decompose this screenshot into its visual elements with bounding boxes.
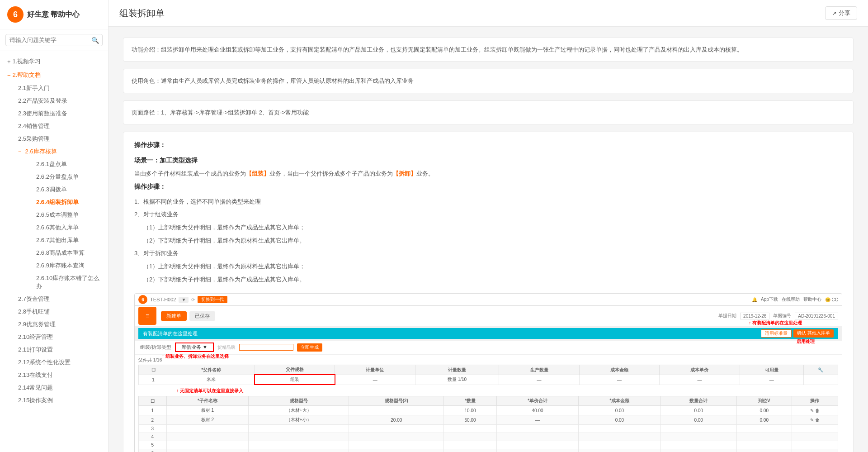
sidebar-item-inventory[interactable]: − 2.6库存核算: [11, 145, 108, 158]
sidebar-item-install[interactable]: 2.2产品安装及登录: [11, 95, 108, 107]
mock-lower-table-area: ☐ *子件名称 规格型号 规格型号(2) *数量 *单价合计 *成本金额 数量合…: [135, 394, 842, 452]
mock-add-btn[interactable]: 立即生成: [297, 343, 322, 352]
th-avail: 可用量: [740, 365, 803, 375]
table-row: 1 米米 组装 — 数量 1/10 — — — —: [139, 375, 838, 385]
sidebar-item-other-out[interactable]: 2.6.7其他出库单: [29, 234, 108, 247]
scene1-desc: 当由多个子件材料组装成一个成品的业务为【组装】业务，当由一个父件拆分成多个子产品…: [134, 168, 842, 179]
search-input[interactable]: [5, 34, 103, 46]
th-cost-amt: 成本金额: [579, 365, 659, 375]
logo-area: 6 好生意 帮助中心: [0, 0, 108, 29]
sidebar-item-video[interactable]: + 1.视频学习: [0, 55, 108, 68]
screenshot-container: 6 TEST-H002 ▼ ⟳ 切换到一代 🔔 App下载 在线帮助 帮助中心 …: [134, 293, 842, 452]
sidebar-item-beginner[interactable]: 2.1新手入门: [11, 82, 108, 95]
th-prod-qty: 生产数量: [499, 365, 579, 375]
mock-apps: App下载: [761, 296, 778, 303]
sidebar: 6 好生意 帮助中心 🔍 + 1.视频学习 − 2.帮助文档 2.1新手入门 2…: [0, 0, 108, 452]
sidebar-item-cost-recalc[interactable]: 2.6.8商品成本重算: [29, 247, 108, 259]
sidebar-item-payment[interactable]: 2.13在线支付: [11, 369, 108, 381]
step2: 2、对于组装业务: [134, 209, 842, 220]
mock-bell: 🔔: [752, 297, 757, 302]
sidebar-item-purchase[interactable]: 2.5采购管理: [11, 133, 108, 145]
content-area[interactable]: 功能介绍：组装拆卸单用来处理企业组装或拆卸等加工业务，支持有固定装配清单的产品加…: [108, 27, 868, 452]
mock-row-count: 父件共 1/16: [138, 357, 838, 363]
mock-upper-table-area: 父件共 1/16 ☐ *父件名称 父件规格 计量单位 计量数量 生产数量: [135, 355, 842, 387]
mock-supplier-input[interactable]: [239, 344, 293, 351]
mock-code-val: AD-20191226-001: [795, 313, 838, 319]
mock-tab-saved[interactable]: 已保存: [189, 311, 215, 321]
search-area: 🔍: [0, 29, 108, 51]
sidebar-item-faq[interactable]: 2.14常见问题: [11, 381, 108, 394]
sidebar-item-other-in[interactable]: 2.6.6其他入库单: [29, 221, 108, 234]
mock-confirm-btn[interactable]: 确认 其他入库单: [793, 329, 834, 338]
sidebar-item-assembly[interactable]: 2.6.4组装拆卸单: [29, 196, 108, 209]
th-checkbox: ☐: [139, 365, 168, 375]
th-parent-spec: 父件规格: [255, 365, 335, 375]
th2-cost: *成本金额: [579, 396, 660, 406]
mock-menu-icon: ≡: [138, 307, 156, 325]
sidebar-item-ledger-query[interactable]: 2.6.9库存账本查询: [29, 259, 108, 272]
annotation-4-area: ↑ 无固定清单可以在这里直接录入: [135, 387, 842, 394]
sidebar-item-coupon[interactable]: 2.9优惠券管理: [11, 318, 108, 331]
th-action: 🔧: [803, 365, 838, 375]
collapse-icon: −: [7, 72, 11, 79]
sidebar-item-ledger-error[interactable]: 2.6.10库存账本错了怎么办: [29, 272, 108, 293]
mock-help: 在线帮助: [782, 296, 800, 303]
sidebar-item-customize[interactable]: 2.12系统个性化设置: [11, 356, 108, 369]
cell-highlight: 组装: [290, 377, 299, 382]
mock-new-btn[interactable]: 切换到一代: [198, 296, 227, 303]
sidebar-item-cost-adjust[interactable]: 2.6.5成本调整单: [29, 209, 108, 221]
mock-sync-icon: ⟳: [191, 297, 195, 302]
intro-block-2: 使用角色：通常由生产人员或库管人员完成拆装业务的操作，库管人员确认原材料的出库和…: [123, 69, 854, 93]
main-panel: 组装拆卸单 ↗ 分享 功能介绍：组装拆卸单用来处理企业组装或拆卸等加工业务，支持…: [108, 0, 868, 452]
table-row: 5: [139, 441, 838, 449]
annotation-4: ↑ 无固定清单可以在这里直接录入: [176, 388, 243, 394]
mock-company: TEST-H002: [150, 297, 176, 302]
sidebar-item-partial-stocktake[interactable]: 2.6.2分量盘点单: [29, 171, 108, 183]
share-icon: ↗: [832, 10, 837, 17]
mock-standard-btn[interactable]: 适用标准量: [761, 329, 792, 338]
share-button[interactable]: ↗ 分享: [825, 6, 857, 20]
th-cost-price: 成本单价: [660, 365, 740, 375]
mock-screenshot: 6 TEST-H002 ▼ ⟳ 切换到一代 🔔 App下载 在线帮助 帮助中心 …: [135, 294, 842, 452]
minus-dot-icon: −: [18, 148, 22, 155]
mock-green-text: 有装配清单的在这里处理: [143, 330, 198, 337]
steps-title: 操作步骤：: [134, 183, 842, 191]
mock-center: 帮助中心: [803, 296, 821, 303]
mock-lower-table: ☐ *子件名称 规格型号 规格型号(2) *数量 *单价合计 *成本金额 数量合…: [138, 396, 838, 452]
scene1-title: 场景一：加工类型选择: [134, 157, 842, 165]
sidebar-item-stocktake[interactable]: 2.6.1盘点单: [29, 158, 108, 171]
table-row: 6: [139, 449, 838, 452]
th2-arrive: 到位V: [736, 396, 792, 406]
sidebar-item-print[interactable]: 2.11打印设置: [11, 343, 108, 356]
sidebar-item-dataprep[interactable]: 2.3使用前数据准备: [11, 107, 108, 120]
th-unit: 计量单位: [335, 365, 415, 375]
annotation-3: 启用处理: [797, 338, 815, 345]
mock-tab-new[interactable]: 新建单: [161, 311, 187, 321]
table-row: 1板材 1（木材+大）—10.0040.000.000.000.00✎ 🗑: [139, 406, 838, 415]
main-header: 组装拆卸单 ↗ 分享: [108, 0, 868, 27]
sidebar-item-sales[interactable]: 2.4销售管理: [11, 120, 108, 133]
ops-title: 操作步骤：: [134, 141, 842, 149]
sidebar-item-docs[interactable]: − 2.帮助文档: [0, 68, 108, 82]
sidebar-item-transfer[interactable]: 2.6.3调拨单: [29, 183, 108, 196]
sidebar-item-mobile[interactable]: 2.8手机旺铺: [11, 305, 108, 318]
step3-1: （1）上部明细为父件明细，最终作为原材料生成其它出库单；: [134, 261, 842, 272]
mock-date-val[interactable]: 2019-12-26: [740, 313, 769, 319]
th-parent-name: *父件名称: [168, 365, 255, 375]
th2-spec2: 规格型号(2): [349, 396, 444, 406]
sidebar-item-capital[interactable]: 2.7资金管理: [11, 293, 108, 305]
sidebar-item-cases[interactable]: 2.15操作案例: [11, 394, 108, 407]
nav-tree: + 1.视频学习 − 2.帮助文档 2.1新手入门 2.2产品安装及登录 2.3…: [0, 51, 108, 452]
logo-title: 好生意 帮助中心: [27, 10, 80, 19]
mock-type-select[interactable]: 库借业务 ▼: [175, 343, 214, 352]
content-body: 操作步骤： 场景一：加工类型选择 当由多个子件材料组装成一个成品的业务为【组装】…: [123, 132, 854, 452]
search-icon: 🔍: [91, 37, 99, 44]
page-title: 组装拆卸单: [119, 7, 165, 19]
th2-checkbox: ☐: [139, 396, 167, 406]
step3-2: （2）下部明细为子件明细，最终作为产成品生成其它入库单。: [134, 274, 842, 285]
mock-dropdown: ▼: [179, 297, 189, 303]
step1: 1、根据不同的业务，选择不同单据的类型来处理: [134, 196, 842, 208]
table-row: 3: [139, 425, 838, 433]
sidebar-item-operations[interactable]: 2.10经营管理: [11, 331, 108, 343]
mock-app-icon: 6: [138, 295, 147, 304]
